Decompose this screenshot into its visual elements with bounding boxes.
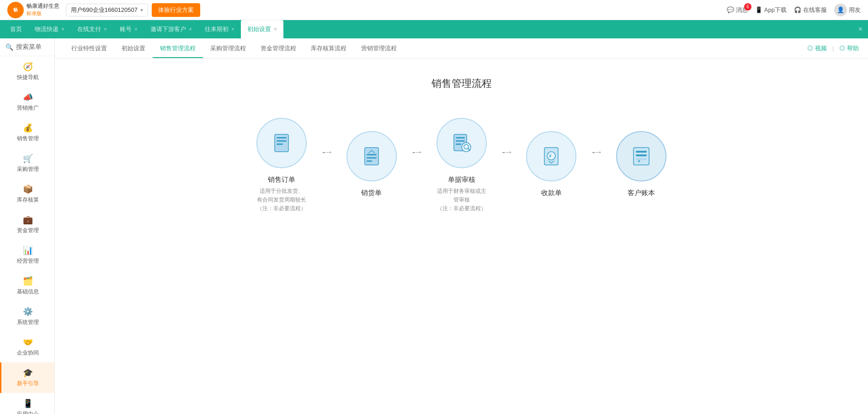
- sidebar-item-system[interactable]: ⚙️ 系统管理: [0, 301, 54, 332]
- subtab-inventory-flow[interactable]: 库存核算流程: [304, 38, 354, 58]
- sidebar-search[interactable]: 🔍 搜索菜单: [0, 38, 54, 56]
- search-icon: 🔍: [5, 43, 13, 51]
- nav-tab-payment[interactable]: 在线支付 ×: [71, 20, 113, 38]
- flow-step-delivery: 销货单: [335, 131, 408, 200]
- subtab-initial[interactable]: 初始设置: [114, 38, 153, 58]
- chevron-down-icon: ▾: [140, 7, 143, 13]
- marketing-icon: 📣: [23, 92, 33, 102]
- flow-circle-account[interactable]: ¥: [616, 131, 666, 181]
- step-desc: 适用于分批发货、有合同发货周期较长（注：非必要流程）: [257, 187, 306, 213]
- sidebar-item-enterprise[interactable]: 🤝 企业协同: [0, 332, 54, 362]
- svg-rect-0: [275, 134, 288, 152]
- app-download-button[interactable]: 📱 App下载: [755, 6, 787, 14]
- sidebar-item-label: 营销推广: [17, 104, 39, 112]
- subtab-sales-flow[interactable]: 销售管理流程: [153, 38, 203, 58]
- help-link[interactable]: ◎ 帮助: [839, 44, 859, 53]
- flow-circle-delivery[interactable]: [346, 131, 397, 181]
- search-label: 搜索菜单: [16, 43, 42, 51]
- top-bar-left: 畅 畅康通好生意 标准版 用户690企业1660120507 ▾ 体验行业方案: [7, 2, 200, 18]
- app-label: App下载: [764, 6, 787, 14]
- video-link[interactable]: ◎ 视频: [807, 44, 827, 53]
- top-bar: 畅 畅康通好生意 标准版 用户690企业1660120507 ▾ 体验行业方案 …: [0, 0, 868, 20]
- svg-rect-19: [636, 151, 647, 153]
- subtab-purchase-flow[interactable]: 采购管理流程: [203, 38, 253, 58]
- trial-button[interactable]: 体验行业方案: [152, 3, 200, 17]
- enterprise-icon: 🤝: [23, 337, 33, 347]
- logo-area: 畅 畅康通好生意 标准版: [7, 2, 62, 18]
- user-label: 用户690企业1660120507: [71, 6, 138, 14]
- sidebar-item-quick-nav[interactable]: 🧭 快捷导航: [0, 56, 54, 87]
- sidebar-item-marketing[interactable]: 📣 营销推广: [0, 87, 54, 117]
- svg-rect-1: [277, 137, 287, 138]
- nav-tab-init[interactable]: 初始设置 ×: [241, 20, 283, 38]
- flow-circle-receipt[interactable]: ¥: [526, 131, 576, 181]
- nav-tab-home-label: 首页: [10, 25, 22, 33]
- sidebar-item-label: 企业协同: [17, 349, 39, 357]
- close-icon[interactable]: ×: [104, 26, 107, 32]
- sidebar-item-inventory[interactable]: 📦 库存核算: [0, 179, 54, 209]
- message-button[interactable]: 💬 消息 6: [727, 6, 748, 14]
- sidebar-item-finance[interactable]: 💼 资金管理: [0, 209, 54, 240]
- arrow-icon: ···→: [318, 147, 335, 157]
- sidebar-item-label: 基础信息: [17, 288, 39, 296]
- compass-icon: 🧭: [23, 62, 33, 72]
- subtab-marketing-flow[interactable]: 营销管理流程: [354, 38, 404, 58]
- step-name: 单据审核: [448, 175, 475, 184]
- sidebar-item-label: 经营管理: [17, 257, 39, 265]
- sub-tabs-right: ◎ 视频 | ◎ 帮助: [807, 44, 859, 53]
- sidebar-item-apps[interactable]: 📱 应用中心: [0, 393, 54, 414]
- sub-tabs-left: 行业特性设置 初始设置 销售管理流程 采购管理流程 资金管理流程 库存核算流程: [64, 38, 404, 58]
- customer-service-button[interactable]: 🎧 在线客服: [794, 6, 827, 14]
- flow-content: 销售管理流程 销售订单 适用于分批发货、有合同发货周期较长（注：非必要流程）: [55, 58, 868, 414]
- step-name: 客户账本: [628, 189, 655, 197]
- sidebar-item-operation[interactable]: 📊 经营管理: [0, 240, 54, 271]
- flow-circle-sales-order[interactable]: [256, 118, 307, 168]
- close-icon[interactable]: ×: [231, 26, 234, 32]
- top-bar-right: 💬 消息 6 📱 App下载 🎧 在线客服 👤 用友: [727, 4, 861, 16]
- arrow-icon: ···→: [498, 147, 515, 157]
- nav-tab-period[interactable]: 往来期初 ×: [198, 20, 241, 38]
- close-icon[interactable]: ×: [61, 26, 64, 32]
- sidebar-item-label: 应用中心: [17, 410, 39, 414]
- step-desc: 适用于财务审核或主管审核（注：非必要流程）: [437, 187, 486, 213]
- operation-icon: 📊: [23, 245, 33, 255]
- svg-rect-7: [367, 160, 372, 162]
- close-icon[interactable]: ×: [134, 26, 138, 32]
- user-profile-button[interactable]: 👤 用友: [834, 4, 861, 16]
- sidebar-item-sales[interactable]: 💰 销售管理: [0, 117, 54, 148]
- flow-step-review: 单据审核 适用于财务审核或主管审核（注：非必要流程）: [425, 118, 498, 213]
- nav-tab-logistics[interactable]: 物流快递 ×: [28, 20, 71, 38]
- service-label: 在线客服: [803, 6, 827, 14]
- delivery-icon: [360, 145, 383, 168]
- sidebar-item-purchase[interactable]: 🛒 采购管理: [0, 148, 54, 179]
- user-name: 用友: [849, 6, 861, 14]
- close-icon[interactable]: ×: [274, 26, 277, 32]
- flow-steps: 销售订单 适用于分批发货、有合同发货周期较长（注：非必要流程） ···→: [245, 118, 678, 213]
- svg-rect-20: [636, 154, 647, 156]
- subtab-industry[interactable]: 行业特性设置: [64, 38, 114, 58]
- nav-tab-account[interactable]: 账号 ×: [113, 20, 144, 38]
- close-all-tabs-button[interactable]: ×: [858, 25, 863, 33]
- user-selector[interactable]: 用户690企业1660120507 ▾: [66, 4, 148, 16]
- sidebar-item-label: 库存核算: [17, 196, 39, 204]
- logo-edition: 标准版: [27, 10, 59, 17]
- account-icon: ¥: [630, 145, 653, 168]
- sidebar-item-newbie[interactable]: 🎓 新手引导: [0, 362, 54, 393]
- main-layout: 🔍 搜索菜单 🧭 快捷导航 📣 营销推广 💰 销售管理 🛒 采购管理 📦 库存核…: [0, 38, 868, 414]
- apps-icon: 📱: [23, 398, 33, 409]
- close-icon[interactable]: ×: [189, 26, 192, 32]
- subtab-finance-flow[interactable]: 资金管理流程: [253, 38, 304, 58]
- sidebar-item-label: 快捷导航: [17, 74, 39, 81]
- flow-circle-review[interactable]: [437, 118, 487, 168]
- nav-tab-invite[interactable]: 邀请下游客户 ×: [144, 20, 198, 38]
- sidebar-item-label: 采购管理: [17, 165, 39, 173]
- step-name: 销货单: [361, 189, 382, 197]
- svg-rect-5: [367, 154, 377, 155]
- sidebar-item-basic[interactable]: 🗂️ 基础信息: [0, 271, 54, 301]
- service-icon: 🎧: [794, 6, 801, 13]
- nav-tab-home[interactable]: 首页: [4, 20, 28, 38]
- svg-rect-6: [367, 157, 377, 159]
- flow-title: 销售管理流程: [431, 77, 492, 90]
- message-icon: 💬: [727, 6, 734, 13]
- review-icon: [450, 132, 473, 154]
